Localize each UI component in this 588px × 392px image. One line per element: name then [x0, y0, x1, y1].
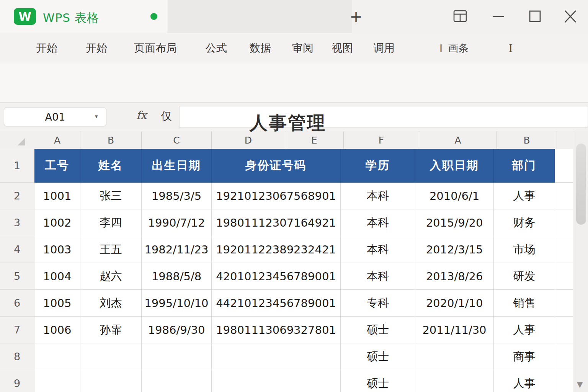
empty-cell[interactable] — [555, 183, 573, 209]
header-cell-2[interactable]: 姓名 — [80, 149, 142, 183]
cell-r6c1[interactable]: 1005 — [34, 290, 80, 317]
cell-r9c3[interactable] — [142, 370, 212, 392]
scrollbar-thumb[interactable] — [576, 144, 586, 225]
cell-r7c4[interactable]: 19801113069327801 — [212, 317, 341, 343]
cell-r4c2[interactable]: 王五 — [80, 236, 142, 263]
cell-r5c3[interactable]: 1988/5/8 — [142, 263, 212, 290]
row-number-3[interactable]: 3 — [0, 209, 34, 236]
column-letter-2[interactable]: B — [80, 131, 142, 149]
cell-r5c2[interactable]: 赵六 — [80, 263, 142, 290]
row-number-7[interactable]: 7 — [0, 317, 34, 343]
empty-cell[interactable] — [555, 370, 573, 392]
column-letter-8[interactable]: B — [497, 131, 557, 149]
row-number-2[interactable]: 2 — [0, 183, 34, 209]
menu-tab-review[interactable]: 审阅 — [292, 33, 314, 64]
maximize-button[interactable] — [527, 8, 542, 24]
cell-r4c6[interactable]: 2012/3/15 — [415, 236, 494, 263]
cell-r2c5[interactable]: 本科 — [341, 183, 415, 209]
cell-r9c5[interactable]: 硕士 — [341, 370, 415, 392]
menu-tab-view[interactable]: 视图 — [332, 33, 353, 64]
cell-r8c2[interactable] — [80, 343, 142, 370]
scrollbar-down-arrow-icon[interactable]: ▼ — [577, 380, 583, 389]
cell-r4c3[interactable]: 1982/11/23 — [142, 236, 212, 263]
name-box[interactable]: A01 — [4, 107, 106, 126]
insert-function-fx-icon[interactable]: fx — [136, 109, 147, 122]
header-cell-7[interactable]: 部门 — [494, 149, 555, 183]
select-all-corner[interactable] — [18, 138, 25, 145]
menu-tab-page-layout[interactable]: 页面布局 — [134, 33, 177, 64]
cell-r8c5[interactable]: 硕士 — [341, 343, 415, 370]
menu-tab-invoke[interactable]: 调用 — [373, 33, 395, 64]
cell-r2c6[interactable]: 2010/6/1 — [415, 183, 494, 209]
name-box-caret[interactable]: ▾ — [95, 113, 98, 120]
minimize-button[interactable] — [491, 8, 506, 24]
column-letter-empty[interactable] — [557, 131, 573, 149]
cell-r7c7[interactable]: 人事 — [494, 317, 555, 343]
cell-r6c6[interactable]: 2020/1/10 — [415, 290, 494, 317]
cell-r9c4[interactable] — [212, 370, 341, 392]
cell-r5c6[interactable]: 2013/8/26 — [415, 263, 494, 290]
cell-r5c4[interactable]: 42010123456789001 — [212, 263, 341, 290]
formula-input[interactable] — [179, 106, 588, 127]
cell-r8c4[interactable] — [212, 343, 341, 370]
empty-cell[interactable] — [555, 209, 573, 236]
layout-switch-button[interactable] — [452, 8, 468, 24]
empty-cell[interactable] — [555, 343, 573, 370]
menu-tab-data[interactable]: 数据 — [250, 33, 271, 64]
cell-r3c5[interactable]: 本科 — [341, 209, 415, 236]
cell-r3c4[interactable]: 19801112307164921 — [212, 209, 341, 236]
cell-r8c6[interactable] — [415, 343, 494, 370]
menu-tab-formulas[interactable]: 公式 — [206, 33, 227, 64]
empty-cell[interactable] — [555, 317, 573, 343]
cell-r2c7[interactable]: 人事 — [494, 183, 555, 209]
header-cell-3[interactable]: 出生日期 — [142, 149, 212, 183]
cell-r9c2[interactable] — [80, 370, 142, 392]
formula-aux-glyph[interactable]: 仅 — [161, 109, 172, 124]
cell-r3c2[interactable]: 李四 — [80, 209, 142, 236]
column-letter-3[interactable]: C — [142, 131, 212, 149]
column-letter-7[interactable]: A — [419, 131, 497, 149]
cell-r3c6[interactable]: 2015/9/20 — [415, 209, 494, 236]
cell-r2c2[interactable]: 张三 — [80, 183, 142, 209]
cell-r2c3[interactable]: 1985/3/5 — [142, 183, 212, 209]
cell-r4c7[interactable]: 市场 — [494, 236, 555, 263]
document-tab[interactable]: W WPS 表格 — [0, 0, 167, 33]
row-number-4[interactable]: 4 — [0, 236, 34, 263]
cell-r4c1[interactable]: 1003 — [34, 236, 80, 263]
cell-r6c4[interactable]: 44210123456789001 — [212, 290, 341, 317]
cell-r8c7[interactable]: 商事 — [494, 343, 555, 370]
empty-cell[interactable] — [555, 263, 573, 290]
menu-tab-home2[interactable]: 开始 — [86, 33, 107, 64]
header-cell-5[interactable]: 学历 — [341, 149, 415, 183]
header-cell-1[interactable]: 工号 — [34, 149, 80, 183]
cell-r3c7[interactable]: 财务 — [494, 209, 555, 236]
cell-r4c5[interactable]: 本科 — [341, 236, 415, 263]
empty-cell[interactable] — [555, 236, 573, 263]
cell-r6c7[interactable]: 销售 — [494, 290, 555, 317]
cell-r9c6[interactable] — [415, 370, 494, 392]
menu-tab-home[interactable]: 开始 — [36, 33, 57, 64]
header-cell-6[interactable]: 入职日期 — [415, 149, 494, 183]
cell-r3c1[interactable]: 1002 — [34, 209, 80, 236]
cell-r7c6[interactable]: 2011/11/30 — [415, 317, 494, 343]
cell-r8c3[interactable] — [142, 343, 212, 370]
cell-r6c3[interactable]: 1995/10/10 — [142, 290, 212, 317]
cell-r9c7[interactable]: 人事 — [494, 370, 555, 392]
close-button[interactable] — [563, 8, 578, 24]
cell-r2c1[interactable]: 1001 — [34, 183, 80, 209]
cell-r7c3[interactable]: 1986/9/30 — [142, 317, 212, 343]
cell-r6c5[interactable]: 专科 — [341, 290, 415, 317]
column-letter-1[interactable]: A — [34, 131, 80, 149]
cell-r4c4[interactable]: 19201122389232421 — [212, 236, 341, 263]
row-number-9[interactable]: 9 — [0, 370, 34, 392]
cell-r2c4[interactable]: 19210123067568901 — [212, 183, 341, 209]
cell-r7c2[interactable]: 孙霏 — [80, 317, 142, 343]
header-cell-4[interactable]: 身份证号码 — [212, 149, 341, 183]
row-number-6[interactable]: 6 — [0, 290, 34, 317]
row-number-8[interactable]: 8 — [0, 343, 34, 370]
search-placeholder-text[interactable]: 画条 — [448, 33, 469, 64]
cell-r9c1[interactable] — [34, 370, 80, 392]
cell-r7c5[interactable]: 硕士 — [341, 317, 415, 343]
empty-cell[interactable] — [555, 290, 573, 317]
cell-r6c2[interactable]: 刘杰 — [80, 290, 142, 317]
